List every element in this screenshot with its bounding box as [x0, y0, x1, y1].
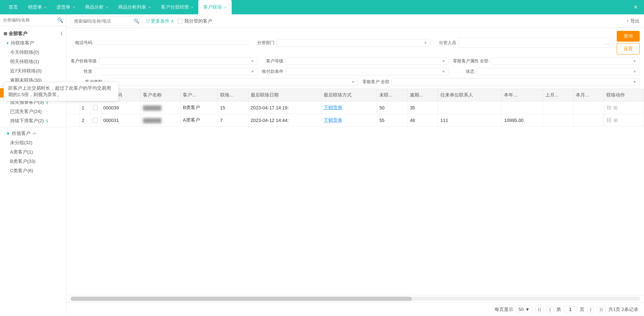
- table-row: 2 000031 ██████ A类客户 7: [66, 114, 644, 127]
- th-contact-count[interactable]: 联络...: [218, 89, 248, 102]
- filter-person-select[interactable]: …: [458, 38, 612, 48]
- export-button[interactable]: ↑ 导出: [627, 18, 640, 24]
- nav-item-customer-tier[interactable]: 客户分层经营 ×: [156, 0, 198, 14]
- sidebar-item-churned[interactable]: 已流失客户(24): [0, 107, 66, 116]
- action-grid-icon-1[interactable]: ⊞: [613, 105, 618, 110]
- filter-phone-input[interactable]: [94, 41, 249, 44]
- filter-row-4: … 客户类型 ▼ 零散客户 全部 ▼: [71, 78, 640, 86]
- td-last-method-1[interactable]: 下销货单: [321, 102, 377, 114]
- filter-payment: 收付款条件 ▼: [262, 68, 449, 75]
- filter-nature-select[interactable]: ▼: [94, 68, 258, 75]
- main-layout: 🔍 ⊞ 全部客户 《 ▼ 待联络客户 今天待联络(0) 明天待联络(1) 近7天…: [0, 14, 644, 316]
- nav-item-analysis-close[interactable]: ×: [106, 5, 108, 9]
- edit-icon[interactable]: ✏: [33, 131, 37, 136]
- td-code-2[interactable]: 000031: [101, 114, 141, 127]
- nav-item-analysis-list-close[interactable]: ×: [148, 5, 150, 9]
- th-last-contact-method[interactable]: 最后联络方式: [321, 89, 377, 102]
- main-search-icon[interactable]: 🔍: [134, 18, 139, 24]
- nav-item-analysis-list[interactable]: 商品分析列表 ×: [113, 0, 156, 14]
- filter-retail-attr-select[interactable]: ▼: [491, 57, 640, 65]
- collapse-icon[interactable]: 《: [58, 31, 62, 37]
- filter-dept-label: 分管部门: [253, 40, 274, 46]
- sidebar-item-c-class[interactable]: C类客户(6): [0, 166, 66, 175]
- sidebar-all-customers[interactable]: ⊞ 全部客户 《: [0, 29, 66, 38]
- td-code-1[interactable]: 000039: [101, 102, 141, 114]
- filter-status-select[interactable]: ▼: [477, 68, 640, 75]
- page-first-button[interactable]: ⟨⟨: [535, 306, 544, 313]
- th-unlisted[interactable]: 未联...: [377, 89, 408, 102]
- filter-dept: 分管部门 ▼: [253, 39, 431, 47]
- nav-item-sales-close[interactable]: ×: [44, 5, 46, 9]
- nav-item-customer-contact-label: 客户联络: [203, 4, 222, 10]
- per-page-select[interactable]: 50 ▼: [516, 306, 532, 313]
- sidebar-item-tomorrow[interactable]: 明天待联络(1): [0, 57, 66, 66]
- my-customers-check[interactable]: [178, 19, 183, 24]
- last-method-link-1[interactable]: 下销货单: [324, 105, 342, 110]
- filter-person: 分管人员 …: [435, 38, 612, 48]
- th-customer-name[interactable]: 客户名称: [141, 89, 181, 102]
- filter-customer-type-select[interactable]: ▼: [105, 78, 358, 86]
- filter-person-dots[interactable]: …: [603, 39, 609, 46]
- nav-item-customer-contact[interactable]: 客户联络 ×: [198, 0, 231, 14]
- my-customers-checkbox[interactable]: 我分管的客户: [178, 18, 212, 24]
- page-prev-button[interactable]: ⟨: [547, 306, 553, 313]
- nav-item-customer-tier-close[interactable]: ×: [191, 5, 193, 9]
- filter-customer-level-select[interactable]: ▼: [286, 57, 449, 65]
- page-next-button[interactable]: ⟩: [587, 306, 594, 313]
- nav-item-customer-contact-close[interactable]: ×: [224, 5, 226, 9]
- sidebar-item-declining[interactable]: 持续下滑客户(2) ℹ: [0, 116, 66, 126]
- total-label: 共1页 2条记录: [608, 306, 638, 313]
- td-last-method-2[interactable]: 下销货单: [321, 114, 377, 127]
- filter-customer-level-arrow: ▼: [442, 59, 445, 63]
- sidebar-search-icon[interactable]: 🔍: [57, 17, 63, 23]
- export-icon: ↑: [627, 18, 629, 24]
- th-year-amount[interactable]: 本年...: [502, 89, 543, 102]
- nav-item-home[interactable]: 首页: [4, 0, 23, 14]
- td-name-2[interactable]: ██████: [141, 114, 181, 127]
- per-page-arrow: ▼: [525, 307, 530, 312]
- th-overdue[interactable]: 逾期...: [408, 89, 438, 102]
- last-method-link-2[interactable]: 下销货单: [324, 117, 342, 123]
- td-check-1[interactable]: [90, 102, 101, 114]
- action-link-icon-1[interactable]: ⛓: [606, 105, 611, 110]
- sidebar-search-input[interactable]: [3, 18, 57, 23]
- td-check-2[interactable]: [90, 114, 101, 127]
- th-contact-person[interactable]: 往来单位联系人: [438, 89, 502, 102]
- value-arrow-icon: ▼: [6, 131, 10, 136]
- sidebar-item-7days[interactable]: 近7天待联络(0): [0, 66, 66, 76]
- settings-button[interactable]: 设置: [617, 43, 640, 55]
- action-link-icon-2[interactable]: ⛓: [606, 117, 611, 123]
- sidebar-pending-contact-section[interactable]: ▼ 待联络客户: [0, 38, 66, 48]
- th-customer-type[interactable]: 客户...: [181, 89, 218, 102]
- nav-item-purchase[interactable]: 进货单 ×: [51, 0, 80, 14]
- th-last-month[interactable]: 上月...: [543, 89, 574, 102]
- main-search-input[interactable]: [74, 19, 134, 24]
- nav-item-sales[interactable]: 销货单 ×: [23, 0, 51, 14]
- page-number-input[interactable]: [564, 306, 577, 313]
- filter-price-level-select[interactable]: ▼: [99, 57, 258, 65]
- more-filters-button[interactable]: ▽ 更多条件 ∧: [146, 18, 174, 24]
- td-name-1[interactable]: ██████: [141, 102, 181, 114]
- page-last-button[interactable]: ⟩⟩: [597, 306, 606, 313]
- sidebar-value-customers-section[interactable]: ▼ 价值客户 ✏: [0, 129, 66, 138]
- sidebar-item-unclassified[interactable]: 未分组(32): [0, 138, 66, 147]
- horizontal-scrollbar[interactable]: [71, 297, 640, 301]
- td-actions-2: ⛓ ⊞: [604, 114, 644, 127]
- th-actions: 联络动作: [604, 89, 644, 102]
- filter-dept-select[interactable]: ▼: [277, 39, 431, 47]
- sidebar-item-today[interactable]: 今天待联络(0): [0, 48, 66, 57]
- th-this-month[interactable]: 本月...: [574, 89, 604, 102]
- close-all-button[interactable]: ×: [631, 4, 640, 11]
- nav-item-purchase-close[interactable]: ×: [73, 5, 75, 9]
- filter-retail-customer-select[interactable]: ▼: [392, 78, 640, 86]
- query-button[interactable]: 查询: [617, 31, 640, 42]
- action-buttons: 查询 设置: [617, 31, 640, 55]
- scrollbar-thumb[interactable]: [71, 297, 412, 301]
- th-last-contact-date[interactable]: 最后联络日期: [248, 89, 321, 102]
- sidebar-item-a-class[interactable]: A类客户(1): [0, 147, 66, 157]
- action-grid-icon-2[interactable]: ⊞: [613, 117, 618, 123]
- filter-payment-select[interactable]: ▼: [286, 68, 449, 75]
- sidebar-item-b-class[interactable]: B类客户(33): [0, 157, 66, 166]
- filter-payment-arrow: ▼: [442, 70, 445, 74]
- nav-item-analysis[interactable]: 商品分析 ×: [80, 0, 113, 14]
